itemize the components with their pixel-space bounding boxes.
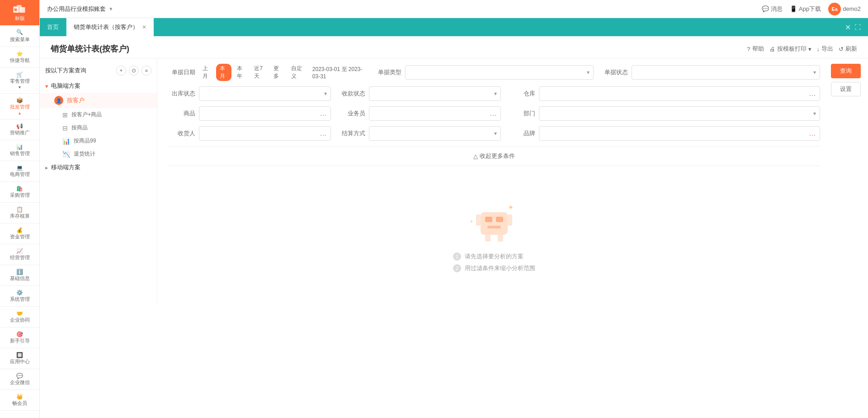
scheme-item-by-goods99[interactable]: 📊 按商品99 (40, 134, 157, 147)
app-download-label: App下载 (799, 5, 821, 13)
sidebar-finance[interactable]: 💰 资金管理 (0, 223, 39, 244)
shortcut-last-7-days[interactable]: 近7天 (250, 64, 268, 81)
shortcut-more[interactable]: 更多 (270, 64, 285, 81)
svg-rect-8 (476, 214, 481, 226)
warehouse-ellipsis-icon[interactable]: … (809, 90, 816, 98)
brand-select[interactable]: … (539, 126, 820, 141)
scheme-add-btn[interactable]: + (116, 66, 126, 76)
refresh-btn[interactable]: ↺ 刷新 (839, 45, 857, 53)
sidebar-inventory[interactable]: 📋 库存核算 (0, 203, 39, 223)
brand-ellipsis-icon[interactable]: … (809, 129, 816, 138)
filter-warehouse: 仓库 … (508, 86, 820, 101)
export-btn[interactable]: ↓ 导出 (817, 45, 834, 53)
scheme-section-mobile-header[interactable]: ▸ 移动端方案 (40, 161, 157, 174)
message-btn[interactable]: 💬 消息 (762, 5, 783, 13)
sidebar-app-center-label: 应用中心 (10, 358, 30, 365)
scheme-item-return-stat[interactable]: 📉 退货统计 (40, 147, 157, 161)
enterprise-icon: 🤝 (16, 310, 23, 317)
retail-arrow-icon: ▾ (19, 85, 21, 90)
sidebar-purchase[interactable]: 🛍️ 采购管理 (0, 182, 39, 203)
sidebar-marketing[interactable]: 📢 营销推广 (0, 119, 39, 140)
sales-stat-tab-label: 销货单统计表（按客户） (74, 23, 138, 31)
out-status-select[interactable]: ▾ (199, 86, 331, 101)
sidebar-wholesale[interactable]: 📦 批发管理 ▴ (0, 94, 39, 119)
collection-status-select[interactable]: ▾ (369, 86, 501, 101)
scheme-item-by-goods[interactable]: ⊟ 按商品 (40, 121, 157, 134)
avatar-text: Ea (832, 6, 838, 12)
department-label: 部门 (508, 109, 535, 118)
collapse-btn[interactable]: △ 收起更多条件 (473, 148, 515, 164)
receiver-ellipsis-icon[interactable]: … (320, 129, 327, 138)
tab-sales-stat[interactable]: 销货单统计表（按客户） ✕ (66, 18, 154, 36)
sidebar-search-label: 搜索菜单 (10, 36, 30, 43)
wecom-icon: 💬 (16, 373, 23, 379)
sidebar-wecom[interactable]: 💬 企业微信 (0, 369, 39, 390)
svg-rect-4 (481, 212, 508, 235)
customer-goods-icon: ⊞ (62, 111, 68, 119)
sidebar-member[interactable]: 👑 畅会员 (0, 390, 39, 411)
sidebar-enterprise[interactable]: 🤝 企业协同 (0, 307, 39, 328)
scheme-item-by-customer[interactable]: 👤 按客户 (40, 93, 157, 108)
sidebar-basic-info[interactable]: ℹ️ 基础信息 (0, 265, 39, 286)
shortcut-this-year[interactable]: 本年 (233, 64, 249, 81)
salesperson-ellipsis-icon[interactable]: … (490, 109, 497, 118)
sidebar-operations[interactable]: 📈 经营管理 (0, 244, 39, 265)
sidebar-ecommerce[interactable]: 💻 电商管理 (0, 161, 39, 182)
order-status-select[interactable]: ▾ (632, 65, 820, 80)
out-status-label: 出库状态 (168, 90, 195, 98)
operations-icon: 📈 (16, 248, 23, 254)
print-btn[interactable]: 🖨 按模板打印 ▾ (769, 45, 811, 53)
svg-text:✦: ✦ (508, 204, 514, 211)
settlement-arrow-icon: ▾ (494, 130, 497, 137)
sidebar-search-menu[interactable]: 🔍 搜索菜单 (0, 25, 39, 47)
print-label: 按模板打印 (777, 45, 807, 53)
help-btn[interactable]: ? 帮助 (747, 45, 764, 53)
receiver-select[interactable]: … (199, 126, 331, 141)
shortcut-custom[interactable]: 自定义 (288, 64, 307, 81)
warehouse-select[interactable]: … (539, 86, 820, 101)
svg-rect-2 (20, 7, 25, 13)
shortcut-this-month[interactable]: 本月 (216, 64, 231, 81)
shortcut-last-month[interactable]: 上月 (199, 64, 214, 81)
topbar-dropdown-icon[interactable]: ▾ (109, 5, 113, 12)
scheme-item-customer-goods-label: 按客户+商品 (71, 111, 102, 119)
app-download-btn[interactable]: 📱 App下载 (790, 5, 821, 13)
tab-expand-btn[interactable]: ✕ ⛶ (838, 23, 868, 32)
sidebar-wholesale-label: 批发管理 (10, 104, 30, 110)
scheme-item-customer-goods[interactable]: ⊞ 按客户+商品 (40, 108, 157, 121)
window-maximize-icon[interactable]: ⛶ (854, 24, 861, 31)
goods-ellipsis-icon[interactable]: … (320, 109, 327, 118)
scheme-collapse-icon[interactable]: « (142, 66, 151, 76)
settings-btn[interactable]: 设置 (831, 82, 861, 96)
settlement-select[interactable]: ▾ (369, 126, 501, 141)
scheme-section-desktop-header[interactable]: ▾ 电脑端方案 (40, 79, 157, 93)
user-menu[interactable]: Ea demo2 (828, 3, 861, 15)
collapse-label: 收起更多条件 (480, 152, 515, 160)
sidebar-guide[interactable]: 🎯 新手引导 (0, 328, 39, 348)
sidebar-member-label: 畅会员 (12, 400, 27, 407)
page-title: 销货单统计表(按客户) (51, 43, 129, 54)
order-type-select[interactable]: ▾ (405, 65, 594, 80)
sidebar: 畅 标版 🔍 搜索菜单 ⭐ 快捷导航 🛒 零售管理 ▾ 📦 批发管理 ▴ 📢 营… (0, 0, 40, 418)
tab-close-icon[interactable]: ✕ (142, 24, 146, 30)
sidebar-system[interactable]: ⚙️ 系统管理 (0, 286, 39, 307)
sidebar-quick-nav[interactable]: ⭐ 快捷导航 (0, 47, 39, 68)
sidebar-retail[interactable]: 🛒 零售管理 ▾ (0, 68, 39, 94)
empty-hint-2: 2 用过滤条件来缩小分析范围 (453, 264, 535, 272)
sidebar-sales[interactable]: 📊 销售管理 (0, 140, 39, 161)
window-close-icon[interactable]: ✕ (845, 23, 851, 32)
filter-panel: 单据日期 上月 本月 本年 近7天 更多 自定义 (157, 58, 831, 305)
goods-select[interactable]: … (199, 106, 331, 121)
print-dropdown-icon: ▾ (808, 46, 811, 52)
department-select[interactable]: ▾ (539, 106, 820, 121)
filter-settlement: 结算方式 ▾ (338, 126, 501, 141)
scheme-settings-icon[interactable]: ⊙ (129, 66, 139, 76)
sidebar-retail-label: 零售管理 (10, 78, 30, 85)
tab-home[interactable]: 首页 (40, 18, 66, 36)
date-label: 单据日期 (168, 68, 195, 76)
salesperson-select[interactable]: … (369, 106, 501, 121)
query-btn[interactable]: 查询 (831, 64, 861, 78)
sidebar-app-center[interactable]: 🔲 应用中心 (0, 348, 39, 369)
warehouse-label: 仓库 (508, 90, 535, 98)
home-tab-label: 首页 (47, 23, 59, 31)
